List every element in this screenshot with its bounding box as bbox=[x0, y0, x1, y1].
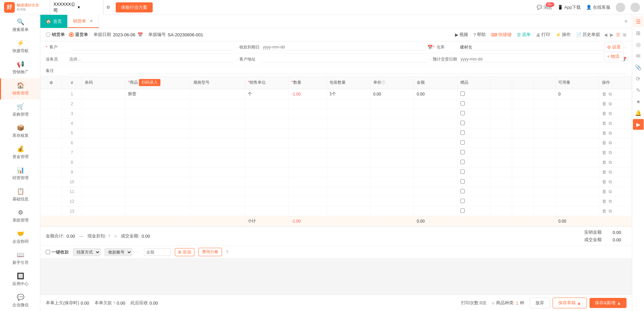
row-spec[interactable] bbox=[191, 187, 245, 197]
row-barcode[interactable] bbox=[82, 187, 125, 197]
row-unit[interactable] bbox=[245, 167, 289, 177]
row-qty[interactable] bbox=[289, 99, 327, 109]
row-unit[interactable] bbox=[245, 109, 289, 119]
row-barcode[interactable] bbox=[82, 89, 125, 99]
row-unit[interactable] bbox=[245, 187, 289, 197]
right-tool-play[interactable]: ▶ bbox=[633, 119, 644, 130]
row-qty[interactable] bbox=[289, 119, 327, 128]
history-btn[interactable]: 📄 历史单据 bbox=[575, 31, 601, 38]
grid-view-icon[interactable]: ⊞ bbox=[623, 32, 627, 37]
row-barcode[interactable] bbox=[82, 177, 125, 187]
setup-button[interactable]: ⚙ 设置 bbox=[604, 43, 624, 51]
remark-input[interactable] bbox=[68, 68, 627, 74]
list-view-icon[interactable]: ☰ bbox=[616, 32, 620, 37]
customer-more-icon[interactable]: ··· bbox=[235, 45, 239, 50]
delete-icon[interactable]: 🗑 bbox=[602, 130, 606, 135]
right-tool-mail[interactable]: ✉ bbox=[633, 50, 644, 61]
row-barcode[interactable] bbox=[82, 99, 125, 109]
row-unit[interactable] bbox=[245, 177, 289, 187]
row-amount[interactable]: 0.00 bbox=[414, 89, 458, 99]
settings-gear-button[interactable]: ⚙ bbox=[104, 3, 113, 12]
row-price[interactable] bbox=[370, 177, 414, 187]
row-amount[interactable] bbox=[414, 119, 458, 128]
row-price[interactable] bbox=[370, 187, 414, 197]
row-amount[interactable] bbox=[414, 148, 458, 158]
radio-sales-order[interactable]: 销货单 bbox=[46, 32, 65, 38]
pay-checkbox-input[interactable] bbox=[46, 250, 50, 254]
save-draft-button[interactable]: 保存草稿 ▲ bbox=[553, 298, 587, 308]
row-qty[interactable] bbox=[289, 177, 327, 187]
row-goods[interactable] bbox=[125, 148, 191, 158]
warehouse-input[interactable] bbox=[459, 44, 620, 50]
row-spec[interactable] bbox=[191, 109, 245, 119]
row-pkgqty[interactable] bbox=[327, 109, 371, 119]
copy-icon[interactable]: ⧉ bbox=[609, 160, 612, 165]
user-avatar[interactable] bbox=[616, 3, 625, 12]
row-spec[interactable] bbox=[191, 167, 245, 177]
row-price[interactable] bbox=[370, 167, 414, 177]
copy-icon[interactable]: ⧉ bbox=[609, 121, 612, 126]
row-unit[interactable] bbox=[245, 99, 289, 109]
delete-icon[interactable]: 🗑 bbox=[602, 189, 606, 194]
sidebar-item-purchase[interactable]: 🛒 采购管理 bbox=[0, 100, 40, 121]
tab-close-icon[interactable]: ✕ bbox=[89, 18, 93, 24]
row-price[interactable] bbox=[370, 148, 414, 158]
due-date-input[interactable] bbox=[262, 44, 426, 50]
customer-addr-more-icon[interactable]: ··· bbox=[429, 57, 433, 62]
row-unit[interactable] bbox=[245, 148, 289, 158]
copy-icon[interactable]: ⧉ bbox=[609, 199, 612, 204]
sidebar-item-collab[interactable]: 🤝 企业协同 bbox=[0, 227, 40, 248]
row-goods[interactable] bbox=[125, 128, 191, 138]
row-spec[interactable] bbox=[191, 177, 245, 187]
row-gift[interactable] bbox=[457, 128, 490, 138]
total-debt-info-icon[interactable]: ? bbox=[113, 301, 115, 305]
account-select[interactable]: 收款账号 bbox=[105, 248, 132, 256]
row-unit[interactable]: 个 bbox=[245, 89, 289, 99]
message-button[interactable]: 💬 消息 99+ bbox=[537, 4, 552, 10]
sidebar-item-marketing[interactable]: 📢 营销推广 bbox=[0, 57, 40, 78]
delete-icon[interactable]: 🗑 bbox=[602, 140, 606, 145]
row-amount[interactable] bbox=[414, 158, 458, 167]
fees-split-button[interactable]: 费用分摊 bbox=[198, 248, 222, 256]
customer-addr-input[interactable] bbox=[262, 56, 427, 63]
right-tool-star[interactable]: ★ bbox=[633, 96, 644, 107]
sidebar-item-system[interactable]: ⚙ 系统管理 bbox=[0, 205, 40, 227]
row-gift[interactable] bbox=[457, 206, 490, 216]
row-gift[interactable] bbox=[457, 177, 490, 187]
row-price[interactable]: 0.00 bbox=[370, 89, 414, 99]
price-info-icon[interactable]: ⓘ bbox=[381, 80, 385, 84]
row-goods[interactable] bbox=[125, 177, 191, 187]
row-price[interactable] bbox=[370, 109, 414, 119]
abandon-button[interactable]: 放弃 bbox=[530, 298, 550, 308]
delete-icon[interactable]: 🗑 bbox=[602, 179, 606, 184]
row-goods[interactable] bbox=[125, 119, 191, 128]
row-goods[interactable] bbox=[125, 138, 191, 148]
one-click-pay-checkbox[interactable]: 一键收款 bbox=[46, 249, 69, 255]
copy-icon[interactable]: ⧉ bbox=[609, 101, 612, 106]
row-amount[interactable] bbox=[414, 197, 458, 206]
delete-icon[interactable]: 🗑 bbox=[602, 91, 606, 96]
radio-return-order[interactable]: 退货单 bbox=[69, 32, 88, 38]
copy-icon[interactable]: ⧉ bbox=[609, 179, 612, 184]
row-spec[interactable] bbox=[191, 128, 245, 138]
right-tool-bell[interactable]: 🔔 bbox=[633, 108, 644, 118]
right-tool-edit[interactable]: ✎ bbox=[633, 85, 644, 95]
nav-prev-icon[interactable]: ◀ bbox=[604, 32, 607, 37]
expected-date-input[interactable] bbox=[459, 56, 619, 63]
sidebar-item-wechat[interactable]: 💬 企业微信 bbox=[0, 290, 40, 311]
row-unit[interactable] bbox=[245, 197, 289, 206]
shortcut-btn[interactable]: ⌨ 快捷键 bbox=[490, 31, 513, 38]
row-barcode[interactable] bbox=[82, 148, 125, 158]
account-more-icon[interactable]: ··· bbox=[136, 249, 140, 255]
delete-icon[interactable]: 🗑 bbox=[602, 150, 606, 155]
delete-icon[interactable]: 🗑 bbox=[602, 169, 606, 174]
calendar-icon[interactable]: 📅 bbox=[138, 32, 143, 37]
row-price[interactable] bbox=[370, 158, 414, 167]
row-pkgqty[interactable] bbox=[327, 158, 371, 167]
row-gift[interactable] bbox=[457, 119, 490, 128]
row-barcode[interactable] bbox=[82, 138, 125, 148]
copy-icon[interactable]: ⧉ bbox=[609, 140, 612, 145]
row-goods[interactable]: 拆货 bbox=[125, 89, 191, 99]
row-spec[interactable] bbox=[191, 89, 245, 99]
sidebar-item-basics[interactable]: 📋 基础信息 bbox=[0, 184, 40, 205]
